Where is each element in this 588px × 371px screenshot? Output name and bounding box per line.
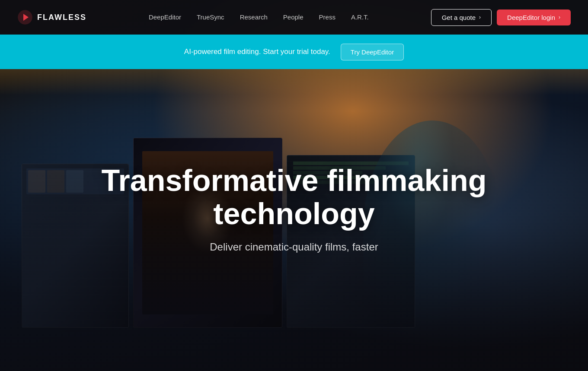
brand-name: FLAWLESS bbox=[37, 13, 86, 22]
chevron-right-icon: › bbox=[479, 14, 481, 20]
nav-link-press[interactable]: Press bbox=[319, 13, 336, 21]
brand-logo[interactable]: FLAWLESS bbox=[17, 10, 86, 25]
hero-title: Transformative filmmaking technology bbox=[35, 164, 553, 231]
nav-links: DeepEditor TrueSync Research People Pres… bbox=[149, 13, 369, 21]
hero-content: Transformative filmmaking technology Del… bbox=[0, 164, 588, 253]
deepeditor-login-button[interactable]: DeepEditor login › bbox=[497, 10, 571, 25]
nav-link-truesync[interactable]: TrueSync bbox=[197, 13, 224, 21]
navbar: FLAWLESS DeepEditor TrueSync Research Pe… bbox=[0, 0, 588, 35]
announcement-text: AI-powered film editing. Start your tria… bbox=[184, 48, 330, 56]
nav-link-deepeditor[interactable]: DeepEditor bbox=[149, 13, 181, 21]
get-quote-button[interactable]: Get a quote › bbox=[431, 9, 492, 26]
nav-link-people[interactable]: People bbox=[283, 13, 304, 21]
chevron-right-icon-login: › bbox=[559, 14, 560, 20]
nav-link-research[interactable]: Research bbox=[240, 13, 268, 21]
nav-link-art[interactable]: A.R.T. bbox=[351, 13, 369, 21]
nav-buttons: Get a quote › DeepEditor login › bbox=[431, 9, 571, 26]
announcement-banner: AI-powered film editing. Start your tria… bbox=[0, 35, 588, 69]
try-deepeditor-button[interactable]: Try DeepEditor bbox=[341, 44, 404, 60]
flawless-logo-icon bbox=[17, 10, 33, 25]
hero-subtitle: Deliver cinematic-quality films, faster bbox=[35, 241, 553, 253]
